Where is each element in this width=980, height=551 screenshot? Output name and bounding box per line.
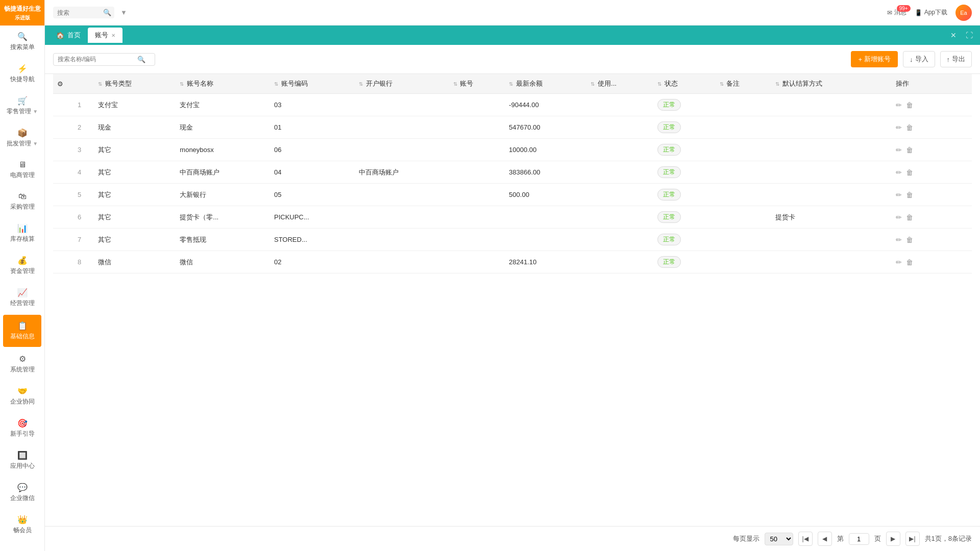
export-button[interactable]: ↑ 导出 [940,51,972,67]
toolbar-right: + 新增账号 ↓ 导入 ↑ 导出 [851,51,972,67]
topbar-app-download[interactable]: 📱 App下载 [915,8,947,17]
sidebar-item-vip[interactable]: 👑 畅会员 [0,509,44,541]
sidebar-item-shortcut[interactable]: ⚡ 快捷导航 [0,58,44,90]
add-account-button[interactable]: + 新增账号 [851,51,898,67]
row-actions: ✏ 🗑 [892,229,972,251]
col-code[interactable]: ⇅ 账号编码 [270,74,355,94]
account-search-box[interactable]: 🔍 [53,53,155,66]
status-badge: 正常 [657,99,681,111]
delete-icon[interactable]: 🗑 [906,258,913,266]
close-window-icon[interactable]: ✕ [947,30,960,40]
row-status: 正常 [653,206,716,229]
sidebar-item-business[interactable]: 📈 经营管理 [0,282,44,314]
sidebar-item-label: 采购管理 [10,203,35,210]
topbar-search-box[interactable]: 🔍 [53,7,114,18]
app-download-label: App下载 [924,8,947,17]
delete-icon[interactable]: 🗑 [906,101,913,109]
topbar-dropdown-icon[interactable]: ▼ [120,9,127,16]
delete-icon[interactable]: 🗑 [906,191,913,199]
first-page-button[interactable]: |◀ [798,532,813,546]
per-page-select[interactable]: 50 100 200 [765,533,793,545]
sidebar-item-basic-info[interactable]: 📋 基础信息 [3,315,41,347]
next-page-button[interactable]: ▶ [886,532,900,546]
sidebar-item-label: 搜索菜单 [10,43,35,51]
row-name: 现金 [176,116,270,139]
col-bank[interactable]: ⇅ 开户银行 [355,74,449,94]
delete-icon[interactable]: 🗑 [906,123,913,132]
col-balance[interactable]: ⇅ 最新余额 [505,74,586,94]
row-usage [586,161,653,184]
prev-page-button[interactable]: ◀ [818,532,832,546]
sidebar-item-inventory[interactable]: 📊 库存核算 [0,217,44,249]
delete-icon[interactable]: 🗑 [906,168,913,177]
row-actions: ✏ 🗑 [892,94,972,116]
row-name: 大新银行 [176,184,270,206]
col-usage[interactable]: ⇅ 使用... [586,74,653,94]
delete-icon[interactable]: 🗑 [906,236,913,244]
row-account [449,251,505,273]
app-center-icon: 🔲 [2,450,42,460]
row-bank [355,116,449,139]
tab-home[interactable]: 🏠 首页 [49,28,88,43]
row-actions: ✏ 🗑 [892,116,972,139]
sidebar-item-purchase[interactable]: 🛍 采购管理 [0,186,44,217]
sidebar-item-ecommerce[interactable]: 🖥 电商管理 [0,154,44,186]
topbar-msg-button[interactable]: ✉ 消息 99+ [887,8,906,17]
topbar: 🔍 ▼ ✉ 消息 99+ 📱 App下载 Ea [45,0,980,26]
row-balance [505,229,586,251]
per-page-label: 每页显示 [733,534,760,543]
delete-icon[interactable]: 🗑 [906,213,913,221]
row-account [449,184,505,206]
sidebar-item-app-center[interactable]: 🔲 应用中心 [0,444,44,477]
edit-icon[interactable]: ✏ [896,146,902,154]
col-settings[interactable]: ⚙ [53,74,74,94]
edit-icon[interactable]: ✏ [896,168,902,177]
tab-account-label: 账号 [95,31,108,40]
row-type: 其它 [94,161,176,184]
edit-icon[interactable]: ✏ [896,236,902,244]
sidebar-item-label: 应用中心 [10,462,35,469]
col-account[interactable]: ⇅ 账号 [449,74,505,94]
col-name[interactable]: ⇅ 账号名称 [176,74,270,94]
settings-icon[interactable]: ⚙ [57,80,63,88]
page-number-input[interactable] [849,533,869,545]
capital-icon: 💰 [2,256,42,265]
row-actions: ✏ 🗑 [892,161,972,184]
sidebar-item-guide[interactable]: 🎯 新手引导 [0,412,44,444]
edit-icon[interactable]: ✏ [896,101,902,109]
topbar-search-input[interactable] [57,9,103,16]
last-page-button[interactable]: ▶| [905,532,920,546]
user-avatar[interactable]: Ea [955,5,972,21]
edit-icon[interactable]: ✏ [896,213,902,221]
edit-icon[interactable]: ✏ [896,191,902,199]
account-search-input[interactable] [58,56,134,63]
account-search-icon: 🔍 [137,56,145,63]
col-remark[interactable]: ⇅ 备注 [716,74,771,94]
sort-account-icon: ⇅ [453,81,457,87]
tab-account[interactable]: 账号 ✕ [88,28,122,43]
import-button[interactable]: ↓ 导入 [903,51,935,67]
sidebar-item-search-menu[interactable]: 🔍 搜索菜单 [0,26,44,58]
col-default-settle[interactable]: ⇅ 默认结算方式 [771,74,892,94]
col-status[interactable]: ⇅ 状态 [653,74,716,94]
sidebar-item-enterprise[interactable]: 🤝 企业协同 [0,380,44,412]
maximize-window-icon[interactable]: ⛶ [963,30,976,40]
delete-icon[interactable]: 🗑 [906,146,913,154]
edit-icon[interactable]: ✏ [896,123,902,132]
col-type[interactable]: ⇅ 账号类型 [94,74,176,94]
status-badge: 正常 [657,211,681,223]
sidebar-item-wholesale[interactable]: 📦 批发管理 ▼ [0,122,44,154]
sidebar-item-wechat[interactable]: 💬 企业微信 [0,477,44,509]
row-account [449,94,505,116]
sidebar-item-system[interactable]: ⚙ 系统管理 [0,348,44,380]
edit-icon[interactable]: ✏ [896,258,902,266]
row-bank [355,251,449,273]
sidebar-item-retail[interactable]: 🛒 零售管理 ▼ [0,90,44,122]
sidebar-item-label: 批发管理 [7,140,31,147]
pagination: 每页显示 50 100 200 |◀ ◀ 第 页 ▶ ▶| 共1页，8条记录 [45,526,980,551]
sidebar-item-capital[interactable]: 💰 资金管理 [0,249,44,282]
tab-close-icon[interactable]: ✕ [111,33,115,38]
row-remark [716,116,771,139]
add-icon: + [858,56,862,63]
row-num: 3 [74,139,94,161]
